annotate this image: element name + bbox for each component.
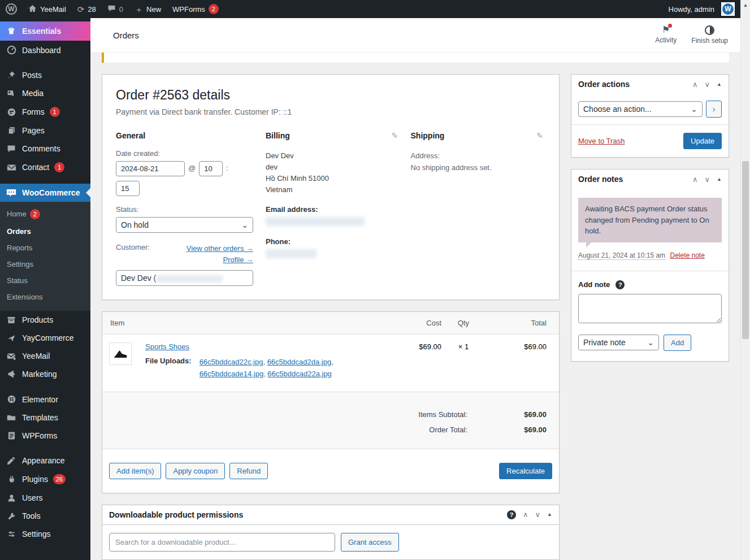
new-label: New bbox=[146, 5, 161, 14]
submenu-item-home[interactable]: Home2 bbox=[0, 205, 90, 223]
submenu-item-status[interactable]: Status bbox=[0, 272, 90, 289]
edit-shipping-pencil-icon[interactable]: ✎ bbox=[536, 131, 543, 140]
sidebar-item-products[interactable]: Products bbox=[0, 311, 90, 329]
sidebar-item-appearance[interactable]: Appearance bbox=[0, 452, 90, 470]
howdy-menu[interactable]: Howdy, admin W bbox=[663, 0, 740, 18]
help-icon[interactable]: ? bbox=[507, 510, 516, 519]
downloadable-search-input[interactable] bbox=[109, 533, 335, 552]
upload-file-link[interactable]: 66c5bddcade14.jpg bbox=[200, 370, 264, 378]
add-note-textarea[interactable] bbox=[578, 294, 722, 323]
sidebar-item-plugins[interactable]: Plugins 26 bbox=[0, 470, 90, 489]
sidebar-item-dashboard[interactable]: Dashboard bbox=[0, 41, 90, 59]
collapse-toggle-icon[interactable]: ▲ bbox=[717, 177, 722, 182]
avatar: W bbox=[721, 2, 735, 16]
sidebar-item-label: Elementor bbox=[22, 395, 58, 404]
order-date-input[interactable] bbox=[116, 161, 185, 176]
product-name-link[interactable]: Sports Shoes bbox=[145, 342, 189, 351]
move-down-icon[interactable]: ∨ bbox=[705, 176, 710, 183]
delete-note-link[interactable]: Delete note bbox=[670, 251, 704, 259]
page-title: Orders bbox=[113, 31, 139, 40]
howdy-label: Howdy, admin bbox=[669, 5, 714, 14]
move-to-trash-link[interactable]: Move to Trash bbox=[578, 137, 625, 145]
sidebar-item-tools[interactable]: Tools bbox=[0, 507, 90, 525]
submenu-item-extensions[interactable]: Extensions bbox=[0, 289, 90, 305]
order-subtitle: Payment via Direct bank transfer. Custom… bbox=[116, 107, 545, 116]
edit-billing-pencil-icon[interactable]: ✎ bbox=[392, 131, 398, 140]
order-minute-input[interactable] bbox=[116, 181, 140, 196]
customer-select[interactable]: Dev Dev ( bbox=[116, 270, 253, 286]
finish-setup-button[interactable]: Finish setup bbox=[691, 25, 728, 45]
sidebar-item-contact[interactable]: Contact 1 bbox=[0, 158, 90, 177]
sidebar-item-woocommerce[interactable]: WooCommerce bbox=[0, 184, 90, 202]
items-subtotal-value: $69.00 bbox=[467, 410, 547, 419]
submenu-item-settings[interactable]: Settings bbox=[0, 256, 90, 272]
finish-setup-progress-icon bbox=[705, 25, 714, 35]
submenu-item-orders[interactable]: Orders bbox=[0, 223, 90, 240]
note-timestamp[interactable]: August 21, 2024 at 10:15 am bbox=[578, 251, 665, 260]
woocommerce-icon bbox=[6, 189, 17, 197]
sidebar-item-label: Forms bbox=[22, 107, 45, 116]
order-total-label: Order Total: bbox=[429, 426, 467, 434]
note-type-select[interactable]: Private note ⌄ bbox=[578, 335, 659, 350]
sidebar-item-settings[interactable]: Settings bbox=[0, 525, 90, 543]
view-other-orders-link[interactable]: View other orders → bbox=[187, 244, 253, 253]
upload-file-link[interactable]: 66c5bddcad22c.jpg bbox=[200, 358, 263, 366]
move-up-icon[interactable]: ∧ bbox=[523, 511, 528, 518]
collapse-toggle-icon[interactable]: ▲ bbox=[547, 512, 552, 517]
chevron-down-icon: ⌄ bbox=[691, 107, 697, 111]
add-items-button[interactable]: Add item(s) bbox=[109, 463, 161, 479]
updates-menu[interactable]: ⟳ 28 bbox=[72, 0, 102, 18]
order-hour-input[interactable] bbox=[199, 161, 223, 176]
sidebar-item-marketing[interactable]: Marketing bbox=[0, 365, 90, 383]
upload-file-link[interactable]: 66c5bddcad2da.jpg bbox=[267, 358, 332, 366]
sidebar-item-label: Tools bbox=[22, 511, 41, 520]
sidebar-item-posts[interactable]: Posts bbox=[0, 66, 90, 84]
help-icon[interactable]: ? bbox=[615, 280, 625, 289]
admin-notice-strip bbox=[102, 53, 729, 63]
wp-logo-menu[interactable]: W bbox=[0, 0, 23, 18]
scrollbar-thumb[interactable] bbox=[742, 161, 749, 339]
admin-bar: W YeeMail ⟳ 28 0 ＋ New WPForms 2 Howdy, … bbox=[0, 0, 740, 18]
sidebar-item-label: Contact bbox=[22, 163, 49, 172]
sidebar-item-elementor[interactable]: Elementor bbox=[0, 390, 90, 409]
refund-button[interactable]: Refund bbox=[229, 463, 268, 479]
elementor-icon bbox=[6, 394, 17, 404]
sidebar-item-wpforms[interactable]: WPForms bbox=[0, 427, 90, 445]
profile-link[interactable]: Profile → bbox=[223, 255, 253, 264]
sidebar-item-label: Appearance bbox=[22, 456, 65, 465]
sidebar-item-media[interactable]: Media bbox=[0, 84, 90, 102]
billing-city: Hồ Chí Minh 51000 bbox=[266, 173, 398, 184]
order-action-select[interactable]: Choose an action... ⌄ bbox=[578, 101, 703, 117]
order-status-select[interactable]: On hold ⌄ bbox=[116, 217, 253, 233]
recalculate-button[interactable]: Recalculate bbox=[499, 463, 552, 479]
move-down-icon[interactable]: ∨ bbox=[705, 81, 710, 88]
update-button[interactable]: Update bbox=[683, 133, 722, 149]
submenu-item-reports[interactable]: Reports bbox=[0, 240, 90, 256]
sidebar-item-essentials[interactable]: ♛ Essentials bbox=[0, 21, 90, 41]
move-up-icon[interactable]: ∧ bbox=[692, 176, 698, 183]
sidebar-item-forms[interactable]: Forms 1 bbox=[0, 102, 90, 121]
apply-coupon-button[interactable]: Apply coupon bbox=[166, 463, 225, 479]
wpforms-menu[interactable]: WPForms 2 bbox=[167, 0, 224, 18]
billing-heading: Billing bbox=[266, 131, 290, 140]
move-down-icon[interactable]: ∨ bbox=[535, 511, 541, 518]
contact-badge: 1 bbox=[54, 162, 64, 172]
sidebar-item-yaycommerce[interactable]: YayCommerce bbox=[0, 329, 90, 347]
move-up-icon[interactable]: ∧ bbox=[692, 81, 698, 88]
grant-access-button[interactable]: Grant access bbox=[341, 533, 399, 552]
sidebar-item-pages[interactable]: Pages bbox=[0, 121, 90, 140]
sidebar-item-users[interactable]: Users bbox=[0, 489, 90, 507]
scrollbar-up-arrow[interactable]: ▲ bbox=[741, 0, 750, 10]
add-note-button[interactable]: Add bbox=[664, 335, 691, 351]
sidebar-item-yeemail[interactable]: YeeMail bbox=[0, 347, 90, 365]
activity-button[interactable]: ⚑ Activity bbox=[655, 25, 677, 45]
comments-menu[interactable]: 0 bbox=[102, 0, 129, 18]
collapse-toggle-icon[interactable]: ▲ bbox=[717, 82, 722, 87]
new-menu[interactable]: ＋ New bbox=[129, 0, 167, 18]
site-name-menu[interactable]: YeeMail bbox=[23, 0, 72, 18]
sidebar-item-comments[interactable]: Comments bbox=[0, 140, 90, 158]
upload-file-link[interactable]: 66c5bddcad22a.jpg bbox=[267, 370, 332, 378]
sidebar-item-templates[interactable]: Templates bbox=[0, 409, 90, 427]
apply-action-button[interactable]: › bbox=[706, 101, 722, 118]
items-table-header: Item Cost Qty Total bbox=[102, 312, 559, 335]
